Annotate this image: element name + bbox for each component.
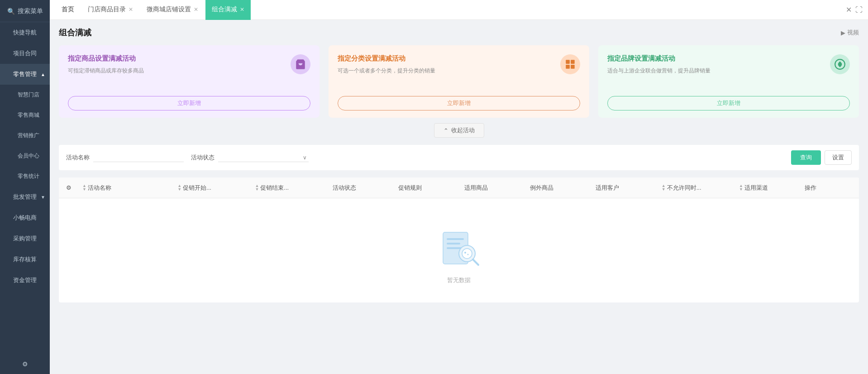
- filter-name: 活动名称: [66, 153, 184, 162]
- th-status: 活动状态: [329, 184, 395, 192]
- filter-bar: 活动名称 活动状态 ∨ 查询 设置: [59, 145, 859, 170]
- sort-icon: ▲▼: [177, 184, 181, 191]
- empty-state: 暂无数据: [59, 198, 859, 302]
- card-btn-goods[interactable]: 立即新增: [68, 96, 310, 110]
- window-close-icon[interactable]: ✕: [846, 5, 852, 14]
- card-desc-category: 可选一个或者多个分类，提升分类的销量: [338, 67, 580, 90]
- th-name[interactable]: ▲▼ 活动名称: [79, 184, 174, 192]
- search-icon: 🔍: [7, 8, 15, 15]
- th-op: 操作: [801, 184, 855, 192]
- sidebar-item-member[interactable]: 会员中心: [0, 146, 50, 166]
- th-channel[interactable]: ▲▼ 适用渠道: [735, 184, 801, 192]
- tab-close-store-catalog[interactable]: ✕: [129, 7, 133, 12]
- filter-actions: 查询 设置: [791, 150, 852, 165]
- sort-icon: ▲▼: [82, 184, 86, 191]
- sidebar-search-label: 搜索菜单: [18, 7, 43, 15]
- tab-close-wechat-settings[interactable]: ✕: [194, 7, 198, 12]
- filter-status-label: 活动状态: [191, 153, 215, 162]
- filter-name-label: 活动名称: [66, 153, 90, 162]
- svg-rect-0: [566, 60, 570, 64]
- card-btn-category[interactable]: 立即新增: [338, 96, 580, 110]
- th-notallow[interactable]: ▲▼ 不允许同时...: [658, 184, 735, 192]
- sort-icon: ▲▼: [255, 184, 259, 191]
- filter-status-select-wrap: ∨: [218, 153, 309, 162]
- th-gear[interactable]: ⚙: [62, 184, 79, 191]
- page-content: 组合满减 ▶ 视频 指定商品设置满减活动 可指定滞销商品或库存较多商品 立即新增: [50, 20, 868, 374]
- card-title-category: 指定分类设置满减活动: [338, 54, 580, 63]
- activity-card-category: 指定分类设置满减活动 可选一个或者多个分类，提升分类的销量 立即新增: [329, 45, 589, 118]
- settings-filter-button[interactable]: 设置: [825, 150, 852, 165]
- sidebar-item-finance[interactable]: 资金管理: [0, 270, 50, 291]
- card-desc-goods: 可指定滞销商品或库存较多商品: [68, 67, 310, 90]
- sidebar-item-wholesale[interactable]: 批发管理 ▼: [0, 187, 50, 207]
- svg-rect-2: [566, 65, 570, 69]
- svg-point-12: [467, 254, 469, 255]
- empty-text: 暂无数据: [447, 276, 471, 284]
- data-table: ⚙ ▲▼ 活动名称 ▲▼ 促销开始... ▲▼ 促销结束... 活动状态: [59, 177, 859, 302]
- gear-icon: ⚙: [22, 360, 28, 368]
- filter-status: 活动状态 ∨: [191, 153, 309, 162]
- th-rule: 促销规则: [395, 184, 460, 192]
- sort-icon: ▲▼: [662, 184, 666, 191]
- empty-illustration: [432, 225, 486, 271]
- tabbar: 首页 门店商品目录 ✕ 微商城店铺设置 ✕ 组合满减 ✕ ✕ ⛶: [50, 0, 868, 20]
- card-icon-brand: [830, 54, 850, 74]
- sidebar: 🔍 搜索菜单 快捷导航 项目合同 零售管理 ▲ 智慧门店 零售商城 营销推广 会…: [0, 0, 50, 374]
- svg-rect-5: [447, 238, 464, 240]
- card-title-goods: 指定商品设置满减活动: [68, 54, 310, 63]
- th-goods: 适用商品: [461, 184, 526, 192]
- page-title: 组合满减: [59, 27, 91, 38]
- activity-card-brand: 指定品牌设置满减活动 适合与上游企业联合做营销，提升品牌销量 立即新增: [598, 45, 859, 118]
- page-header: 组合满减 ▶ 视频: [59, 27, 859, 38]
- activity-card-goods: 指定商品设置满减活动 可指定滞销商品或库存较多商品 立即新增: [59, 45, 320, 118]
- th-customer: 适用客户: [592, 184, 658, 192]
- sidebar-item-purchase[interactable]: 采购管理: [0, 228, 50, 249]
- svg-rect-3: [571, 65, 575, 69]
- query-button[interactable]: 查询: [791, 150, 821, 165]
- svg-line-10: [473, 259, 478, 265]
- sidebar-item-smart-store[interactable]: 智慧门店: [0, 85, 50, 105]
- th-except: 例外商品: [526, 184, 592, 192]
- chevron-up-icon: ⌃: [444, 127, 448, 134]
- sidebar-item-inventory[interactable]: 库存核算: [0, 249, 50, 270]
- sidebar-item-retail-mall[interactable]: 零售商城: [0, 105, 50, 125]
- sidebar-item-project[interactable]: 项目合同: [0, 43, 50, 64]
- chevron-down-icon: ▼: [41, 195, 45, 200]
- video-link[interactable]: ▶ 视频: [841, 29, 859, 37]
- svg-rect-7: [447, 247, 462, 249]
- svg-point-9: [462, 249, 472, 259]
- tab-store-catalog[interactable]: 门店商品目录 ✕: [81, 0, 139, 20]
- gear-icon: ⚙: [66, 184, 72, 191]
- card-desc-brand: 适合与上游企业联合做营销，提升品牌销量: [607, 67, 850, 90]
- play-icon: ▶: [841, 29, 845, 36]
- collapse-button[interactable]: ⌃ 收起活动: [434, 123, 484, 138]
- window-maximize-icon[interactable]: ⛶: [855, 6, 863, 14]
- sidebar-item-marketing[interactable]: 营销推广: [0, 125, 50, 146]
- th-start[interactable]: ▲▼ 促销开始...: [174, 184, 251, 192]
- sort-icon: ▲▼: [739, 184, 743, 191]
- tab-wechat-settings[interactable]: 微商城店铺设置 ✕: [140, 0, 205, 20]
- card-title-brand: 指定品牌设置满减活动: [607, 54, 850, 63]
- main-area: 首页 门店商品目录 ✕ 微商城店铺设置 ✕ 组合满减 ✕ ✕ ⛶ 组合满减 ▶ …: [50, 0, 868, 374]
- tab-home[interactable]: 首页: [55, 0, 81, 20]
- table-header: ⚙ ▲▼ 活动名称 ▲▼ 促销开始... ▲▼ 促销结束... 活动状态: [59, 177, 859, 198]
- svg-rect-1: [571, 60, 575, 64]
- tabbar-right: ✕ ⛶: [846, 5, 863, 14]
- tab-combo-discount[interactable]: 组合满减 ✕: [205, 0, 251, 20]
- sidebar-item-ecommerce[interactable]: 小畅电商: [0, 207, 50, 228]
- sidebar-item-quicknav[interactable]: 快捷导航: [0, 22, 50, 43]
- th-end[interactable]: ▲▼ 促销结束...: [251, 184, 329, 192]
- sidebar-item-retail-stats[interactable]: 零售统计: [0, 166, 50, 187]
- card-btn-brand[interactable]: 立即新增: [607, 96, 850, 110]
- tab-close-combo-discount[interactable]: ✕: [240, 7, 244, 12]
- card-icon-category: [560, 54, 580, 74]
- sidebar-item-retail[interactable]: 零售管理 ▲: [0, 64, 50, 85]
- svg-rect-6: [447, 243, 460, 245]
- filter-name-input[interactable]: [93, 153, 184, 162]
- settings-button[interactable]: ⚙: [0, 354, 50, 374]
- sidebar-search[interactable]: 🔍 搜索菜单: [0, 0, 50, 22]
- activity-cards: 指定商品设置满减活动 可指定滞销商品或库存较多商品 立即新增 指定分类设置满减活…: [59, 45, 859, 118]
- filter-status-select[interactable]: [218, 153, 309, 162]
- collapse-bar: ⌃ 收起活动: [59, 123, 859, 138]
- card-icon-goods: [291, 54, 310, 74]
